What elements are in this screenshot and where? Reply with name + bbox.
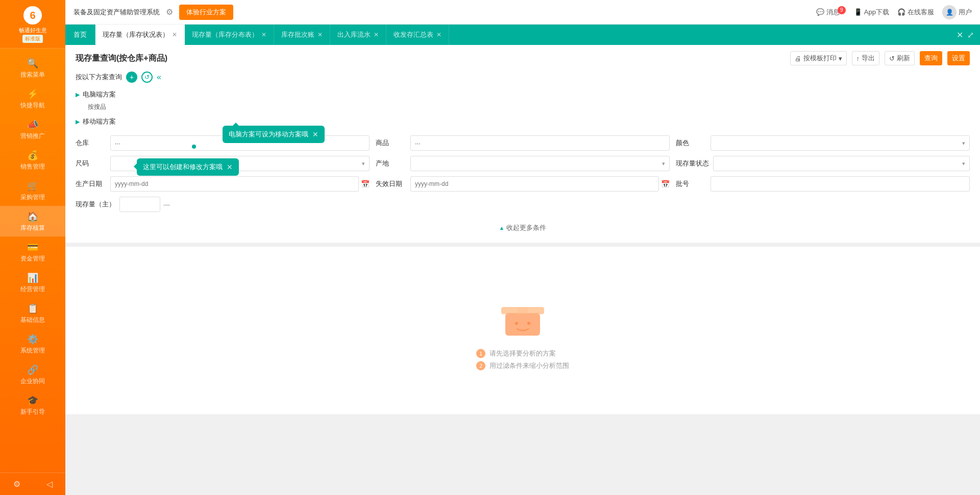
sidebar-collapse-btn[interactable]: ◁ <box>46 479 53 489</box>
scheme-mobile-header[interactable]: ▶ 移动端方案 <box>76 115 970 128</box>
sidebar-item-system[interactable]: ⚙️ 系统管理 <box>0 328 65 359</box>
tab-maximize-icon[interactable]: ⤢ <box>967 30 974 40</box>
scheme-desktop-label: 电脑端方案 <box>83 90 116 99</box>
app-download-btn[interactable]: 📱 App下载 <box>854 8 889 17</box>
sidebar-item-marketing[interactable]: 📣 营销推广 <box>0 114 65 145</box>
tab-inventory-status[interactable]: 现存量（库存状况表） ✕ <box>95 25 185 45</box>
collapse-icon: ▲ <box>499 225 505 231</box>
query-btn[interactable]: 查询 <box>920 51 942 65</box>
action-btn[interactable]: 体验行业方案 <box>179 5 233 20</box>
refresh-btn[interactable]: ↺ 刷新 <box>885 51 915 65</box>
main-area: 装备及固定资产辅助管理系统 ⚙ 体验行业方案 💬 消息 9 📱 App下载 🎧 … <box>65 0 980 495</box>
filter-refresh-btn[interactable]: ↺ <box>141 72 153 83</box>
goods-select[interactable]: ··· <box>410 135 670 151</box>
collapse-more-btn[interactable]: ▲ 收起更多条件 <box>76 219 970 237</box>
scheme-desktop-item-1[interactable]: 按搜品 <box>76 101 970 113</box>
stock-status-label: 现存量状态 <box>676 159 709 168</box>
message-btn[interactable]: 💬 消息 9 <box>816 8 846 17</box>
tab-batch[interactable]: 库存批次账 ✕ <box>274 25 330 45</box>
tab-inventory-dist[interactable]: 现存量（库存分布表） ✕ <box>185 25 274 45</box>
filter-item-stock-qty: 现存量（主） — <box>76 197 370 212</box>
purchase-icon: 🛒 <box>27 180 38 192</box>
tab-home[interactable]: 首页 <box>65 25 95 45</box>
sidebar-system-label: 系统管理 <box>20 346 45 355</box>
settings-btn[interactable]: 设置 <box>947 51 970 65</box>
user-profile-btn[interactable]: 👤 用户 <box>942 5 972 19</box>
sidebar-item-operations[interactable]: 📊 经营管理 <box>0 267 65 298</box>
sidebar-item-newbie[interactable]: 🎓 新手引导 <box>0 390 65 420</box>
warehouse-label: 仓库 <box>76 138 106 148</box>
search-icon: 🔍 <box>27 58 38 69</box>
sidebar-item-purchase[interactable]: 🛒 采购管理 <box>0 175 65 206</box>
sidebar-item-sales[interactable]: 💰 销售管理 <box>0 145 65 175</box>
filter-item-prod-date: 生产日期 📅 <box>76 176 370 192</box>
tooltip1-close[interactable]: ✕ <box>312 130 318 138</box>
sidebar-item-basic[interactable]: 📋 基础信息 <box>0 298 65 328</box>
tab-bar: 首页 现存量（库存状况表） ✕ 现存量（库存分布表） ✕ 库存批次账 ✕ 出入库… <box>65 25 980 45</box>
tooltip-scheme-hint: 电脑方案可设为移动方案哦 ✕ <box>223 126 325 143</box>
filter-prev-btn[interactable]: « <box>157 73 161 82</box>
operations-icon: 📊 <box>27 272 38 284</box>
sidebar-newbie-label: 新手引导 <box>20 408 45 416</box>
header: 装备及固定资产辅助管理系统 ⚙ 体验行业方案 💬 消息 9 📱 App下载 🎧 … <box>65 0 980 25</box>
origin-arrow-icon: ▾ <box>662 160 665 167</box>
warehouse-dots: ··· <box>115 139 120 147</box>
stock-qty-min[interactable] <box>119 197 160 212</box>
tab-close-all-icon[interactable]: ✕ <box>957 30 963 40</box>
sidebar-item-search[interactable]: 🔍 搜索菜单 <box>0 53 65 83</box>
online-support-btn[interactable]: 🎧 在线客服 <box>897 8 934 17</box>
export-btn[interactable]: ↑ 导出 <box>852 51 880 65</box>
tooltip2-close[interactable]: ✕ <box>227 163 233 171</box>
prod-date-calendar-icon[interactable]: 📅 <box>361 180 370 188</box>
refresh-icon: ↺ <box>889 55 895 62</box>
sidebar-item-enterprise[interactable]: 🔗 企业协同 <box>0 359 65 390</box>
sidebar-item-finance[interactable]: 💳 资金管理 <box>0 237 65 267</box>
empty-hint-2: 2 用过滤条件来缩小分析范围 <box>476 361 569 370</box>
origin-label: 产地 <box>376 159 406 168</box>
origin-select[interactable]: ▾ <box>410 156 670 171</box>
collapse-label: 收起更多条件 <box>506 223 546 232</box>
tab-inventory-status-close[interactable]: ✕ <box>172 31 177 38</box>
filter-section: 按以下方案查询 + ↺ « ▶ 电脑端方案 按搜品 ▶ 移动端方案 <box>65 65 980 243</box>
color-arrow-icon: ▾ <box>962 140 965 147</box>
color-select[interactable]: ▾ <box>710 135 970 151</box>
stock-status-select[interactable]: ▾ <box>713 156 970 171</box>
sidebar-basic-label: 基础信息 <box>20 316 45 324</box>
stock-qty-range: — <box>119 197 370 212</box>
page-actions: 🖨 按模板打印 ▾ ↑ 导出 ↺ 刷新 查询 设置 <box>790 51 970 65</box>
page-header: 现存量查询(按仓库+商品) 🖨 按模板打印 ▾ ↑ 导出 ↺ 刷新 查询 设置 <box>65 45 980 65</box>
stock-status-arrow-icon: ▾ <box>962 160 965 167</box>
header-gear-icon[interactable]: ⚙ <box>166 7 173 17</box>
finance-icon: 💳 <box>27 242 38 253</box>
tab-batch-close[interactable]: ✕ <box>317 31 323 38</box>
filter-rows: 仓库 ··· 商品 ··· 颜色 <box>76 133 970 219</box>
print-btn[interactable]: 🖨 按模板打印 ▾ <box>790 51 847 65</box>
support-icon: 🎧 <box>897 8 905 16</box>
tab-flow-close[interactable]: ✕ <box>374 31 379 38</box>
tab-summary[interactable]: 收发存汇总表 ✕ <box>386 25 449 45</box>
batch-input[interactable] <box>710 176 970 192</box>
empty-svg <box>497 288 548 339</box>
scheme-desktop-header[interactable]: ▶ 电脑端方案 <box>76 88 970 101</box>
sidebar-item-quicknav[interactable]: ⚡ 快捷导航 <box>0 83 65 114</box>
enterprise-icon: 🔗 <box>27 364 38 375</box>
user-label: 用户 <box>959 8 972 17</box>
tab-summary-close[interactable]: ✕ <box>436 31 442 38</box>
filter-add-btn[interactable]: + <box>126 72 137 83</box>
expire-date-calendar-icon[interactable]: 📅 <box>661 180 670 188</box>
tooltip-create-hint: 这里可以创建和修改方案哦 ✕ <box>137 158 239 176</box>
color-label: 颜色 <box>676 138 706 148</box>
goods-dots: ··· <box>415 139 421 147</box>
sidebar-quicknav-label: 快捷导航 <box>20 101 45 110</box>
system-name: 装备及固定资产辅助管理系统 <box>74 8 160 17</box>
prod-date-start[interactable] <box>110 176 359 192</box>
expire-date-start[interactable] <box>410 176 659 192</box>
logo-text: 畅通好生意 <box>19 27 47 34</box>
tab-inventory-dist-close[interactable]: ✕ <box>261 31 266 38</box>
filter-label: 按以下方案查询 <box>76 73 122 82</box>
sidebar-settings-btn[interactable]: ⚙ <box>13 479 20 489</box>
tab-flow[interactable]: 出入库流水 ✕ <box>330 25 386 45</box>
range-dash: — <box>163 201 170 208</box>
sidebar-item-inventory[interactable]: 🏠 库存核算 <box>0 206 65 237</box>
empty-num-2: 2 <box>476 361 485 370</box>
